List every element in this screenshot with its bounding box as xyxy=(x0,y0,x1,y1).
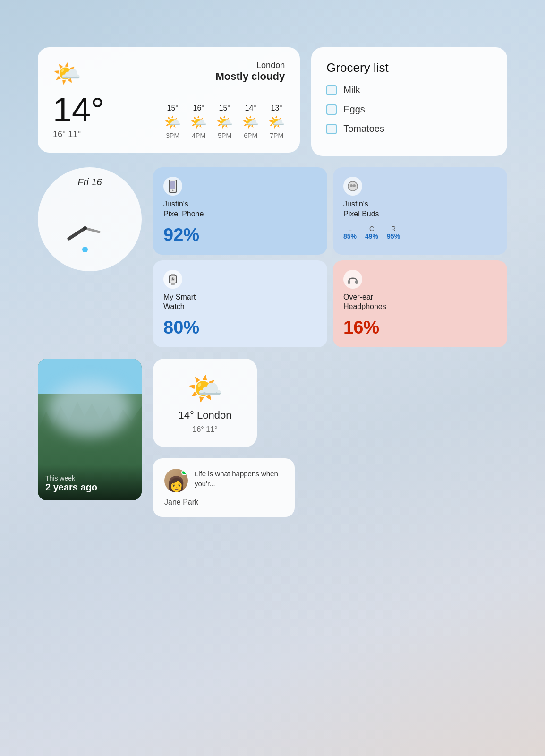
clock-svg xyxy=(47,190,123,266)
forecast-item-4: 14° 🌤️ 6PM xyxy=(242,104,259,139)
weather-current-temp: 14° xyxy=(53,93,104,127)
grocery-item-tomatoes[interactable]: Tomatoes xyxy=(326,123,492,134)
buds-icon xyxy=(343,177,362,196)
svg-rect-17 xyxy=(355,280,358,284)
watch-name: My SmartWatch xyxy=(163,292,317,312)
contact-name: Jane Park xyxy=(164,498,283,507)
battery-card-buds[interactable]: Justin'sPixel Buds L 85% C 49% R 95% xyxy=(333,167,507,255)
memory-this-week-label: This week xyxy=(45,474,134,482)
bud-left: L 85% xyxy=(343,225,357,240)
memory-overlay: This week 2 years ago xyxy=(38,465,142,500)
weather-forecast: 15° 🌤️ 3PM 16° 🌤️ 4PM 15° 🌤️ 5PM xyxy=(164,104,285,139)
svg-point-3 xyxy=(82,247,88,252)
weather-main-icon: 🌤️ xyxy=(53,60,81,87)
svg-rect-16 xyxy=(348,280,350,284)
buds-battery-row: L 85% C 49% R 95% xyxy=(343,225,497,240)
grocery-checkbox-tomatoes[interactable] xyxy=(326,124,337,134)
battery-card-watch[interactable]: My SmartWatch 80% xyxy=(153,260,327,348)
memory-years-ago-label: 2 years ago xyxy=(45,482,134,493)
weather-small-temp: 14° London xyxy=(179,409,232,421)
headphones-icon xyxy=(343,270,362,289)
weather-small-icon: 🌤️ xyxy=(187,372,223,405)
svg-line-1 xyxy=(85,228,99,232)
weather-widget-large[interactable]: 🌤️ London Mostly cloudy 14° 16° 11° 15° … xyxy=(38,47,300,153)
online-indicator xyxy=(181,470,187,475)
svg-point-8 xyxy=(350,184,353,187)
grocery-list-widget[interactable]: Grocery list Milk Eggs Tomatoes xyxy=(311,47,507,156)
forecast-item-1: 15° 🌤️ 3PM xyxy=(164,104,181,139)
forecast-item-2: 16° 🌤️ 4PM xyxy=(190,104,207,139)
phone-name: Justin'sPixel Phone xyxy=(163,199,317,219)
contact-row: 👩 Life is what happens when you'r... xyxy=(164,469,283,492)
weather-city: London xyxy=(215,60,285,70)
svg-point-6 xyxy=(172,190,174,191)
grocery-label-eggs: Eggs xyxy=(343,104,365,115)
contact-avatar: 👩 xyxy=(164,469,188,492)
watch-battery-percent: 80% xyxy=(163,318,317,338)
svg-rect-5 xyxy=(170,181,175,189)
battery-grid: Justin'sPixel Phone 92% Justin'sPixel Bu… xyxy=(153,167,507,347)
grocery-label-milk: Milk xyxy=(343,85,360,95)
svg-point-9 xyxy=(353,184,356,187)
weather-small-hilo: 16° 11° xyxy=(193,425,218,434)
weather-condition: Mostly cloudy xyxy=(215,70,285,83)
grocery-list-title: Grocery list xyxy=(326,60,492,75)
headphones-name: Over-earHeadphones xyxy=(343,292,497,312)
bud-case: C 49% xyxy=(365,225,378,240)
svg-point-7 xyxy=(348,181,358,191)
weather-hi-lo: 16° 11° xyxy=(53,129,104,139)
clock-day-label: Fri 16 xyxy=(47,177,132,188)
battery-card-phone[interactable]: Justin'sPixel Phone 92% xyxy=(153,167,327,255)
phone-battery-percent: 92% xyxy=(163,225,317,245)
contact-status-text: Life is what happens when you'r... xyxy=(195,469,283,489)
weather-location: London Mostly cloudy xyxy=(215,60,285,83)
watch-icon xyxy=(163,270,182,289)
grocery-checkbox-eggs[interactable] xyxy=(326,104,337,115)
grocery-item-eggs[interactable]: Eggs xyxy=(326,104,492,115)
clock-face: Fri 16 xyxy=(47,177,132,262)
headphones-battery-percent: 16% xyxy=(343,318,497,338)
forecast-item-3: 15° 🌤️ 5PM xyxy=(216,104,233,139)
svg-rect-12 xyxy=(171,283,175,285)
buds-name: Justin'sPixel Buds xyxy=(343,199,497,219)
svg-point-2 xyxy=(83,226,87,230)
forecast-item-5: 13° 🌤️ 7PM xyxy=(268,104,285,139)
grocery-item-milk[interactable]: Milk xyxy=(326,85,492,95)
contact-widget[interactable]: 👩 Life is what happens when you'r... Jan… xyxy=(153,458,295,517)
phone-icon xyxy=(163,177,182,196)
contact-info: Life is what happens when you'r... xyxy=(195,469,283,489)
battery-card-headphones[interactable]: Over-earHeadphones 16% xyxy=(333,260,507,348)
grocery-checkbox-milk[interactable] xyxy=(326,85,337,95)
clock-widget: Fri 16 xyxy=(38,167,142,271)
svg-line-0 xyxy=(69,228,85,239)
grocery-label-tomatoes: Tomatoes xyxy=(343,123,384,134)
weather-widget-small[interactable]: 🌤️ 14° London 16° 11° xyxy=(153,359,257,447)
svg-rect-11 xyxy=(171,274,175,276)
memory-widget[interactable]: This week 2 years ago xyxy=(38,359,142,500)
bud-right: R 95% xyxy=(387,225,400,240)
